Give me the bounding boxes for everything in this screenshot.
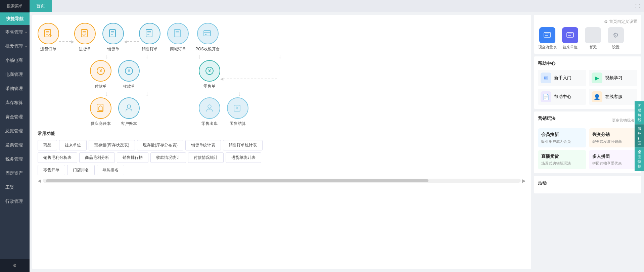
flow-node-payment-in[interactable]: ¥ 收款单 (118, 60, 140, 89)
flow-node-purchase-order[interactable]: 进货订单 (38, 23, 59, 52)
quick-icon-settings[interactable]: ⚙ 设置 (606, 27, 625, 50)
down-arrow-sales: ↓ (130, 53, 164, 60)
common-btn-gross1[interactable]: 销售毛利分析表 (38, 152, 77, 163)
help-center-title: 帮助中心 (538, 60, 637, 66)
marketing-header: 营销玩法 更多营销玩法 > (538, 116, 637, 125)
common-btn-contacts[interactable]: 往来单位 (59, 140, 87, 150)
help-item-beginner[interactable]: ✉ 新手入门 (538, 70, 586, 86)
flow-node-payment-out[interactable]: ¥ 付款单 (90, 60, 111, 89)
tab-home[interactable]: 首页 (30, 0, 52, 12)
quick-icon-contacts[interactable]: 往来单位 (561, 27, 580, 50)
flow-diagram: 进货订单 ▶ 进货单 (38, 20, 526, 131)
common-btn-purchase-stat[interactable]: 进货单统计表 (226, 152, 261, 163)
common-btn-inventory2[interactable]: 现存量(库存分布表) (137, 140, 183, 150)
gear-icon: ⚙ (13, 263, 17, 268)
svg-text:¥: ¥ (99, 68, 102, 73)
sidebar-item-invoice[interactable]: 发票管理 (0, 138, 30, 152)
sidebar-item-finance[interactable]: 资金管理 (0, 110, 30, 124)
common-functions-grid2: 销售毛利分析表 商品毛利分析 销售排行榜 收款情况统计 付款情况统计 进货单统计… (38, 152, 526, 163)
sidebar-item-tax[interactable]: 税务管理 (0, 152, 30, 166)
down-arrow-retail: ↓ (223, 91, 257, 97)
float-buttons: 客服热线 服务社区 桌面快捷 (635, 101, 644, 171)
beginner-icon: ✉ (541, 73, 551, 83)
common-btn-inventory1[interactable]: 现存量(库存状况表) (89, 140, 135, 150)
left-panel: 进货订单 ▶ 进货单 (32, 15, 531, 269)
scroll-left-icon[interactable]: ◀ (38, 178, 41, 183)
help-center-card: 帮助中心 ✉ 新手入门 ▶ 视频学习 📄 帮助中心 👤 (534, 56, 641, 109)
common-btn-retail-order[interactable]: 零售开单 (38, 165, 65, 175)
help-item-service[interactable]: 👤 在线客服 (589, 89, 637, 105)
flow-node-retail-settle[interactable]: ¥ 零售结算 (227, 97, 248, 127)
float-btn-community[interactable]: 服务社区 (635, 124, 644, 147)
scroll-right-icon[interactable]: ▶ (522, 178, 526, 183)
cashflow-icon (539, 27, 555, 43)
service-icon: 👤 (592, 91, 602, 102)
quick-icon-none[interactable]: 暂无 (584, 27, 602, 50)
help-item-video[interactable]: ▶ 视频学习 (589, 70, 637, 86)
common-btn-gross2[interactable]: 商品毛利分析 (79, 152, 115, 163)
common-btn-guide-rank[interactable]: 导购排名 (97, 165, 124, 175)
svg-rect-15 (174, 30, 180, 37)
gear-icon-small: ⚙ (604, 19, 608, 24)
help-item-help[interactable]: 📄 帮助中心 (538, 89, 586, 105)
marketing-item-group[interactable]: 多人拼团 拼团购物享受优惠 (589, 150, 637, 169)
sidebar-item-retail[interactable]: 零售管理 ▾ (0, 25, 30, 39)
sidebar-settings[interactable]: ⚙ (0, 259, 30, 272)
sidebar-item-assets[interactable]: 固定资产 (0, 166, 30, 180)
flow-node-sales-order[interactable]: 销售订单 (139, 23, 160, 52)
flow-node-mall-order[interactable]: 商城订单 (167, 23, 189, 52)
svg-rect-20 (205, 34, 206, 35)
flow-node-pos[interactable]: POS收银开台 (195, 23, 220, 52)
flow-node-retail[interactable]: ¥ 零售单 (199, 60, 220, 89)
down-arrow-payment-in: ↓ (130, 91, 164, 97)
quick-icon-cashflow[interactable]: 现金流量表 (538, 27, 557, 50)
marketing-item-member[interactable]: 会员拉新 吸引用户成为会员 (538, 128, 586, 147)
help-icon: 📄 (541, 91, 551, 102)
common-btn-goods[interactable]: 商品 (38, 140, 57, 150)
common-btn-rank[interactable]: 销售排行榜 (117, 152, 148, 163)
main-area: 首页 ⛶ 进货订单 ▶ (30, 0, 644, 272)
svg-rect-36 (544, 33, 551, 37)
marketing-grid: 会员拉新 吸引用户成为会员 裂变分销 裂变式发展分销商 直播卖货 场景式购物新玩… (538, 128, 637, 169)
flow-node-sales[interactable]: 销货单 (102, 23, 124, 52)
activity-card: 活动 (534, 176, 641, 193)
svg-rect-0 (45, 30, 51, 37)
common-btn-payment-stat[interactable]: 付款情况统计 (188, 152, 224, 163)
sidebar-item-quick-nav[interactable]: 快捷导航 (0, 12, 30, 25)
sidebar-item-ledger[interactable]: 总账管理 (0, 124, 30, 138)
sidebar-item-admin[interactable]: 行政管理 (0, 194, 30, 209)
marketing-more-link[interactable]: 更多营销玩法 > (612, 118, 637, 123)
sidebar-item-inventory[interactable]: 库存核算 (0, 96, 30, 110)
settings-icon: ⚙ (608, 27, 624, 43)
svg-point-31 (127, 105, 131, 108)
marketing-item-fission[interactable]: 裂变分销 裂变式发展分销商 (589, 128, 637, 147)
right-panel: ⚙ 首页自定义设置 现金流量表 往来单位 (534, 15, 641, 269)
sidebar-item-wholesale[interactable]: 批发管理 ▾ (0, 39, 30, 53)
sidebar-item-ecommerce-small[interactable]: 小畅电商 (0, 53, 30, 67)
common-btn-receipt-stat[interactable]: 收款情况统计 (150, 152, 186, 163)
sidebar-item-salary[interactable]: 工资 (0, 180, 30, 194)
video-icon: ▶ (592, 73, 602, 83)
marketing-item-live[interactable]: 直播卖货 场景式购物新玩法 (538, 150, 586, 169)
common-btn-sales-stat[interactable]: 销货单统计表 (185, 140, 221, 150)
sidebar-search[interactable]: 搜索菜单 (0, 0, 30, 12)
common-btn-store-rank[interactable]: 门店排名 (67, 165, 95, 175)
svg-rect-39 (567, 33, 573, 37)
customize-link[interactable]: ⚙ 首页自定义设置 (604, 19, 637, 25)
common-functions-grid3: 零售开单 门店排名 导购排名 (38, 165, 526, 175)
float-btn-desktop[interactable]: 桌面快捷 (635, 148, 644, 171)
quick-icons-row: 现金流量表 往来单位 暂无 ⚙ (538, 27, 637, 50)
flow-node-purchase[interactable]: 进货单 (74, 23, 96, 52)
sidebar: 搜索菜单 快捷导航 零售管理 ▾ 批发管理 ▾ 小畅电商 电商管理 采购管理 库… (0, 0, 30, 272)
float-btn-service[interactable]: 客服热线 (635, 101, 644, 124)
flow-node-retail-out[interactable]: 零售出库 (199, 97, 220, 127)
flow-node-customer[interactable]: 客户账本 (118, 97, 140, 127)
fullscreen-button[interactable]: ⛶ (631, 3, 644, 9)
sidebar-item-purchase[interactable]: 采购管理 (0, 82, 30, 96)
common-btn-sales-order-stat[interactable]: 销售订单统计表 (223, 140, 263, 150)
flow-node-supplier[interactable]: 供应商账本 (90, 97, 111, 127)
sidebar-item-ecommerce-mgmt[interactable]: 电商管理 (0, 67, 30, 82)
quick-access-card: ⚙ 首页自定义设置 现金流量表 往来单位 (534, 15, 641, 54)
common-functions-grid: 商品 往来单位 现存量(库存状况表) 现存量(库存分布表) 销货单统计表 销售订… (38, 140, 526, 150)
marketing-title: 营销玩法 (538, 116, 555, 122)
